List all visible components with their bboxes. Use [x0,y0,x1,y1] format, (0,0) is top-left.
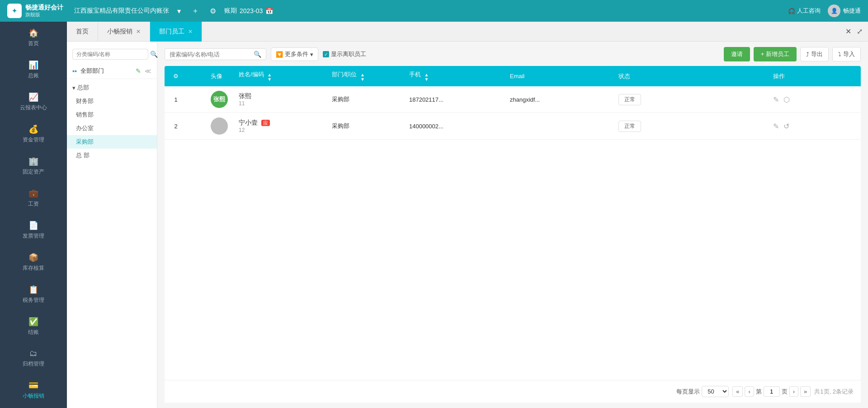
next-page-btn[interactable]: › [789,386,798,397]
col-email: Email [505,66,613,86]
content-area: 首页 小畅报销 ✕ 部门员工 ✕ ✕ ⤢ 🔍 [67,22,868,408]
sidebar: 🏠 首页 📊 总账 📈 云报表中心 💰 资金管理 🏢 固定资产 💼 工资 📄 发… [0,22,67,408]
col-dept-pos[interactable]: 部门/职位 ▲▼ [326,66,404,86]
sidebar-item-salary[interactable]: 💼 工资 [0,182,67,214]
add-company-btn[interactable]: ＋ [189,5,202,18]
tab-expand-btn[interactable]: ⤢ [855,25,864,38]
tab-home[interactable]: 首页 [67,22,98,42]
dept-search-input[interactable] [72,49,148,60]
dept-pos-1: 采购部 [326,86,404,113]
tab-dept-close[interactable]: ✕ [188,28,193,35]
ying-badge: 应 [261,120,270,126]
logo-area: ✦ 畅捷通好会计 旗舰版 [7,4,74,18]
prev-page-btn[interactable]: ‹ [745,386,754,397]
sidebar-label-funds: 资金管理 [23,136,44,144]
row-num-col-1 [187,86,205,113]
sidebar-item-expense[interactable]: 💳 小畅报销 [0,374,67,406]
col-status: 状态 [613,66,768,86]
sidebar-item-invoice[interactable]: 📄 发票管理 [0,214,67,246]
sort-icons-dept: ▲▼ [360,73,365,82]
calendar-icon[interactable]: 📅 [265,7,273,14]
tab-expense-close[interactable]: ✕ [136,28,141,35]
settings-btn[interactable]: ⚙ [207,5,219,17]
tabs-bar: 首页 小畅报销 ✕ 部门员工 ✕ ✕ ⤢ [67,22,868,42]
import-btn[interactable]: ⤵ 导入 [832,47,861,61]
refresh-icon-2[interactable]: ↺ [783,122,789,131]
sidebar-item-tax[interactable]: 📋 税务管理 [0,278,67,310]
edit-icon-1[interactable]: ✎ [773,95,779,104]
export-icon: ⤴ [806,51,809,58]
company-name[interactable]: 江西服宝精品有限责任公司内账张 [74,7,169,15]
per-page-select[interactable]: 50 10 20 100 [702,386,729,397]
table-wrapper: ⚙ 头像 姓名/编码 ▲▼ 部门/职位 [165,66,861,380]
name-code-cell-1: 张熙 11 [233,86,326,113]
dept-node-general[interactable]: 总 部 [67,149,157,162]
chevron-down-icon: ▾ [310,51,313,58]
email-2 [505,113,613,140]
dept-label-sales: 销售部 [76,111,94,119]
page-input[interactable] [764,386,780,397]
dept-label-office: 办公室 [76,124,94,132]
dept-search-icon[interactable]: 🔍 [150,51,158,58]
search-icon[interactable]: 🔍 [254,51,261,58]
add-employee-btn[interactable]: + 新增员工 [754,47,797,61]
col-name-code[interactable]: 姓名/编码 ▲▼ [233,66,326,86]
col-settings[interactable]: ⚙ [165,66,187,86]
header-middle: 江西服宝精品有限责任公司内账张 ▾ ＋ ⚙ 账期 2023-03 📅 [74,5,788,18]
sidebar-item-reports[interactable]: 📈 云报表中心 [0,86,67,118]
dept-node-purchase[interactable]: 采购部 [67,135,157,149]
ledger-icon: 📊 [28,60,38,70]
account-period: 账期 2023-03 📅 [224,7,273,15]
sort-icons-phone: ▲▼ [425,73,429,82]
dept-label-general: 总 部 [76,151,90,159]
headset-icon: 🎧 [788,8,795,14]
logout-icon-1[interactable]: ⬡ [783,95,790,104]
service-btn[interactable]: 🎧 人工咨询 [788,7,821,15]
search-input[interactable] [170,51,251,58]
edit-icon-2[interactable]: ✎ [773,122,779,131]
header-right: 🎧 人工咨询 👤 畅捷通 [788,5,861,17]
export-btn[interactable]: ⤴ 导出 [800,47,829,61]
page-content: 🔍 ▪▪ 全部部门 ✎ ≪ ▾ 总部 财务部 [67,42,868,408]
user-area[interactable]: 👤 畅捷通 [828,5,861,17]
show-inactive-toggle[interactable]: ✓ 显示离职员工 [323,50,366,58]
sidebar-item-funds[interactable]: 💰 资金管理 [0,118,67,150]
sidebar-item-home[interactable]: 🏠 首页 [0,22,67,54]
sidebar-item-fixed-assets[interactable]: 🏢 固定资产 [0,150,67,182]
ops-2: ✎ ↺ [773,122,855,131]
sidebar-label-archive: 归档管理 [23,360,44,368]
col-phone[interactable]: 手机 ▲▼ [404,66,505,86]
sidebar-item-ledger[interactable]: 📊 总账 [0,54,67,86]
period-value[interactable]: 2023-03 [240,7,263,14]
grid-icon: ▪▪ [72,67,77,75]
app-subtitle: 旗舰版 [25,11,63,18]
dept-all-btn[interactable]: ▪▪ 全部部门 ✎ ≪ [67,63,157,79]
tab-close-btn[interactable]: ✕ [844,25,853,38]
sidebar-item-settings[interactable]: ⚙ 基础设置 [0,406,67,408]
top-header: ✦ 畅捷通好会计 旗舰版 江西服宝精品有限责任公司内账张 ▾ ＋ ⚙ 账期 20… [0,0,868,22]
tab-expense[interactable]: 小畅报销 ✕ [98,22,150,42]
sidebar-item-archive[interactable]: 🗂 归档管理 [0,342,67,374]
funds-icon: 💰 [28,124,38,134]
dept-node-sales[interactable]: 销售部 [67,108,157,122]
dept-label-purchase: 采购部 [76,138,94,146]
invite-btn[interactable]: 邀请 [724,47,750,61]
dept-edit-icon[interactable]: ✎ [136,67,141,75]
company-dropdown-btn[interactable]: ▾ [175,5,184,17]
filter-label: 更多条件 [285,50,308,58]
dept-node-office[interactable]: 办公室 [67,122,157,135]
last-page-btn[interactable]: » [800,386,811,397]
status-1: 正常 [613,86,768,113]
filter-btn[interactable]: 🔽 更多条件 ▾ [271,47,318,61]
col-avatar: 头像 [205,66,233,86]
dept-collapse-icon[interactable]: ≪ [145,67,151,75]
inactive-checkbox[interactable]: ✓ [323,51,329,57]
tab-dept-employee[interactable]: 部门员工 ✕ [150,22,202,42]
sidebar-item-inventory[interactable]: 📦 库存核算 [0,246,67,278]
dept-node-head[interactable]: ▾ 总部 [67,81,157,94]
first-page-btn[interactable]: « [732,386,743,397]
invoice-icon: 📄 [28,220,38,230]
sidebar-item-settlement[interactable]: ✅ 结账 [0,310,67,342]
dept-node-finance[interactable]: 财务部 [67,94,157,108]
row-num-2: 2 [165,113,187,140]
